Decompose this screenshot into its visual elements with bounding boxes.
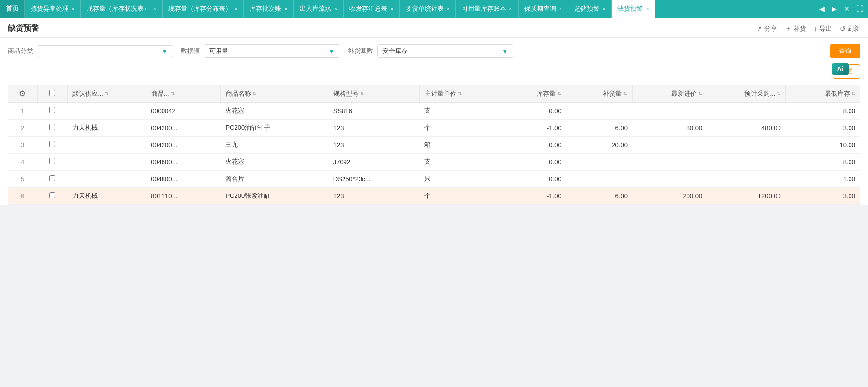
share-button[interactable]: ↗ 分享 bbox=[757, 24, 777, 33]
tab-home[interactable]: 首页 bbox=[0, 0, 25, 18]
tab-inventory-dist[interactable]: 现存量（库存分布表） × bbox=[163, 0, 244, 18]
category-select[interactable]: ▼ bbox=[37, 45, 173, 57]
select-all-checkbox[interactable] bbox=[49, 90, 55, 96]
tab-fullscreen-button[interactable]: ⛶ bbox=[853, 3, 866, 15]
cell-unit: 支 bbox=[419, 154, 500, 171]
query-button[interactable]: 查询 bbox=[830, 44, 860, 58]
refresh-button[interactable]: ↺ 刷新 bbox=[840, 24, 860, 33]
tab-next-button[interactable]: ▶ bbox=[829, 3, 840, 15]
row-checkbox[interactable] bbox=[49, 124, 55, 130]
replenish-button[interactable]: ＋ 补货 bbox=[785, 24, 806, 33]
cell-stock: -1.00 bbox=[500, 188, 566, 205]
cell-spec: SS816 bbox=[328, 103, 419, 120]
tab-overstock-warning-label: 超储预警 bbox=[574, 4, 599, 13]
close-overstock-warning-icon[interactable]: × bbox=[602, 6, 605, 12]
cell-name: PC200油缸缸子 bbox=[220, 120, 328, 137]
cell-supplier: 力天机械 bbox=[68, 120, 146, 137]
th-replenish-label: 补货量 bbox=[603, 89, 622, 98]
close-order-stats-icon[interactable]: × bbox=[447, 6, 450, 12]
cell-unit: 支 bbox=[419, 103, 500, 120]
th-latest-price-label: 最新进价 bbox=[671, 89, 697, 98]
close-inout-flow-icon[interactable]: × bbox=[334, 6, 337, 12]
table-container: ⚙ 默认供应... ⇅ 商品... ⇅ bbox=[0, 85, 868, 205]
close-batch-account-icon[interactable]: × bbox=[284, 6, 287, 12]
close-receipt-summary-icon[interactable]: × bbox=[390, 6, 393, 12]
page-container: 缺货预警 ↗ 分享 ＋ 补货 ↓ 导出 ↺ 刷新 商品分类 bbox=[0, 18, 868, 205]
cell-min-stock: 3.00 bbox=[786, 120, 860, 137]
cell-check bbox=[37, 120, 67, 137]
tab-expiry-query[interactable]: 保质期查询 × bbox=[519, 0, 568, 18]
table-body: 1 0000042 火花塞 SS816 支 0.00 8.00 2 力天机械 0… bbox=[8, 103, 860, 205]
sort-spec-icon: ⇅ bbox=[360, 91, 364, 96]
sort-replenish[interactable]: 补货量 ⇅ bbox=[603, 89, 627, 98]
tab-inventory-dist-label: 现存量（库存分布表） bbox=[168, 4, 232, 13]
replenish-base-filter-group: 补货基数 安全库存 ▼ bbox=[348, 44, 513, 58]
sort-name[interactable]: 商品名称 ⇅ bbox=[226, 89, 256, 98]
refresh-label: 刷新 bbox=[848, 24, 860, 33]
tab-receipt-summary[interactable]: 收发存汇总表 × bbox=[344, 0, 399, 18]
cell-idx: 1 bbox=[8, 103, 37, 120]
sort-replenish-icon: ⇅ bbox=[623, 91, 627, 96]
close-shortage-warning-icon[interactable]: × bbox=[646, 6, 649, 12]
tab-batch-account[interactable]: 库存批次账 × bbox=[244, 0, 293, 18]
cell-latest-price: 200.00 bbox=[633, 188, 707, 205]
cell-replenish bbox=[566, 171, 633, 188]
datasource-select[interactable]: 可用量 ▼ bbox=[204, 44, 340, 58]
close-available-ledger-icon[interactable]: × bbox=[509, 6, 512, 12]
sort-unit[interactable]: 主计量单位 ⇅ bbox=[425, 89, 462, 98]
cell-idx: 4 bbox=[8, 154, 37, 171]
cell-supplier bbox=[68, 103, 146, 120]
sort-spec[interactable]: 规格型号 ⇅ bbox=[333, 89, 364, 98]
cell-spec: 123 bbox=[328, 188, 419, 205]
cell-name: 离合片 bbox=[220, 171, 328, 188]
cell-replenish: 6.00 bbox=[566, 120, 633, 137]
row-checkbox[interactable] bbox=[49, 107, 55, 113]
tab-available-ledger-label: 可用量库存账本 bbox=[462, 4, 506, 13]
category-arrow-icon: ▼ bbox=[162, 48, 168, 55]
row-checkbox[interactable] bbox=[49, 175, 55, 181]
sort-code[interactable]: 商品... ⇅ bbox=[151, 89, 175, 98]
close-expiry-query-icon[interactable]: × bbox=[559, 6, 562, 12]
cell-spec: 123 bbox=[328, 120, 419, 137]
sort-stock[interactable]: 库存量 ⇅ bbox=[537, 89, 561, 98]
ai-badge[interactable]: Ai bbox=[832, 63, 849, 75]
tab-shortage-warning-label: 缺货预警 bbox=[617, 4, 643, 13]
sort-est-purchase[interactable]: 预计采购... ⇅ bbox=[744, 89, 780, 98]
replenish-base-select[interactable]: 安全库存 ▼ bbox=[377, 44, 513, 58]
sort-supplier[interactable]: 默认供应... ⇅ bbox=[72, 89, 108, 98]
tab-shortage-warning[interactable]: 缺货预警 × bbox=[612, 0, 655, 18]
th-check bbox=[37, 85, 67, 103]
th-stock-label: 库存量 bbox=[537, 89, 556, 98]
tab-prev-button[interactable]: ◀ bbox=[816, 3, 828, 15]
row-checkbox[interactable] bbox=[49, 141, 55, 147]
replenish-base-label: 补货基数 bbox=[348, 47, 373, 55]
th-latest-price: 最新进价 ⇅ bbox=[633, 85, 707, 103]
tab-inventory-status[interactable]: 现存量（库存状况表） × bbox=[81, 0, 162, 18]
cell-check bbox=[37, 188, 67, 205]
tab-order-stats[interactable]: 要货单统计表 × bbox=[400, 0, 456, 18]
export-button[interactable]: ↓ 导出 bbox=[814, 24, 832, 33]
cell-supplier: 力天机械 bbox=[68, 188, 146, 205]
sort-latest-price[interactable]: 最新进价 ⇅ bbox=[671, 89, 702, 98]
th-min-stock-label: 最低库存 bbox=[825, 89, 850, 98]
tab-available-ledger[interactable]: 可用量库存账本 × bbox=[456, 0, 518, 18]
close-inventory-status-icon[interactable]: × bbox=[153, 6, 156, 12]
th-spec: 规格型号 ⇅ bbox=[328, 85, 419, 103]
column-settings-button[interactable]: ⚙ bbox=[19, 89, 26, 98]
tab-overstock-warning[interactable]: 超储预警 × bbox=[568, 0, 612, 18]
close-inventory-dist-icon[interactable]: × bbox=[235, 6, 237, 12]
tab-inout-flow-label: 出入库流水 bbox=[300, 4, 331, 13]
table-row: 6 力天机械 801110... PC200张紧油缸 123 个 -1.00 6… bbox=[8, 188, 860, 205]
tab-close-all-button[interactable]: ✕ bbox=[841, 3, 852, 15]
row-checkbox[interactable] bbox=[49, 158, 55, 164]
cell-replenish: 6.00 bbox=[566, 188, 633, 205]
row-checkbox[interactable] bbox=[49, 192, 55, 198]
cell-idx: 2 bbox=[8, 120, 37, 137]
tab-exception[interactable]: 拣货异常处理 × bbox=[25, 0, 81, 18]
tab-inout-flow[interactable]: 出入库流水 × bbox=[294, 0, 344, 18]
sort-min-stock[interactable]: 最低库存 ⇅ bbox=[825, 89, 855, 98]
cell-name: 火花塞 bbox=[220, 154, 328, 171]
close-exception-icon[interactable]: × bbox=[72, 6, 74, 12]
th-unit: 主计量单位 ⇅ bbox=[419, 85, 500, 103]
th-est-purchase-label: 预计采购... bbox=[744, 89, 775, 98]
